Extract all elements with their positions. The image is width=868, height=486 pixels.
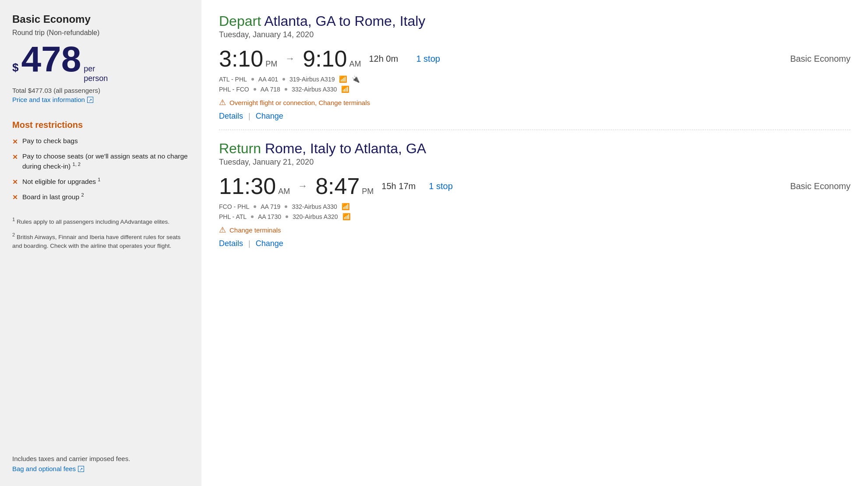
restriction-item: ✕ Pay to check bags xyxy=(12,136,189,146)
return-warning-row: ⚠ Change terminals xyxy=(219,225,850,235)
seg2-route: PHL - FCO xyxy=(219,86,249,93)
bag-fees-link[interactable]: Bag and optional fees ↗ xyxy=(12,465,84,472)
return-stop-link[interactable]: 1 stop xyxy=(429,181,464,191)
depart-section: Depart Atlanta, GA to Rome, Italy Tuesda… xyxy=(219,13,850,121)
restriction-item: ✕ Not eligible for upgrades 1 xyxy=(12,176,189,187)
depart-fare-label: Basic Economy xyxy=(790,54,850,64)
return-depart-ampm: AM xyxy=(278,187,290,196)
seg1-flight: AA 401 xyxy=(258,76,278,83)
price-dollar: $ xyxy=(12,61,18,74)
return-duration: 15h 17m xyxy=(381,181,421,191)
dot-icon xyxy=(251,78,254,81)
includes-text: Includes taxes and carrier imposed fees. xyxy=(12,455,189,462)
dot-icon xyxy=(251,215,254,218)
depart-ampm: PM xyxy=(265,60,277,69)
wifi-icon: 📶 xyxy=(342,213,351,221)
return-change-link[interactable]: Change xyxy=(256,239,283,248)
footnotes: 1 Rules apply to all passengers includin… xyxy=(12,216,189,256)
arrive-ampm: AM xyxy=(349,60,361,69)
pipe-separator: | xyxy=(248,112,251,121)
restriction-list: ✕ Pay to check bags ✕ Pay to choose seat… xyxy=(12,136,189,207)
pipe-separator: | xyxy=(248,239,251,248)
return-fare-label: Basic Economy xyxy=(790,181,850,191)
depart-route: Atlanta, GA to Rome, Italy xyxy=(264,13,425,29)
return-warning-text: Change terminals xyxy=(229,226,281,234)
external-link-icon: ↗ xyxy=(78,466,84,472)
power-icon: 🔌 xyxy=(352,75,360,83)
return-depart-time-block: 11:30 AM xyxy=(219,175,290,197)
ret-seg1-route: FCO - PHL xyxy=(219,203,249,210)
fare-title: Basic Economy xyxy=(12,13,189,25)
depart-time-row: 3:10 PM → 9:10 AM 12h 0m 1 stop Basic Ec… xyxy=(219,47,850,70)
price-per-person: perperson xyxy=(84,64,108,83)
ret-seg2-aircraft: 320-Airbus A320 xyxy=(293,213,338,220)
warning-icon: ⚠ xyxy=(219,225,226,235)
x-icon: ✕ xyxy=(12,177,18,187)
wifi-icon: 📶 xyxy=(342,203,350,211)
seg2-aircraft: 332-Airbus A330 xyxy=(292,86,337,93)
right-panel: Depart Atlanta, GA to Rome, Italy Tuesda… xyxy=(201,0,868,486)
ret-seg2-route: PHL - ATL xyxy=(219,213,247,220)
bottom-section: Includes taxes and carrier imposed fees.… xyxy=(12,455,189,473)
x-icon: ✕ xyxy=(12,193,18,202)
footnote-2: 2 British Airways, Finnair and Iberia ha… xyxy=(12,231,189,250)
x-icon: ✕ xyxy=(12,137,18,146)
section-divider xyxy=(219,130,850,130)
price-amount: 478 xyxy=(21,41,81,77)
return-route: Rome, Italy to Atlanta, GA xyxy=(265,141,426,156)
depart-warning-row: ⚠ Overnight flight or connection, Change… xyxy=(219,98,850,107)
dot-icon xyxy=(286,215,288,218)
seg1-aircraft: 319-Airbus A319 xyxy=(289,76,335,83)
depart-duration: 12h 0m xyxy=(369,54,408,64)
return-arrive-ampm: PM xyxy=(362,187,374,196)
return-header: Return Rome, Italy to Atlanta, GA Tuesda… xyxy=(219,141,850,167)
restriction-text: Pay to choose seats (or we'll assign sea… xyxy=(22,151,189,171)
depart-word: Depart xyxy=(219,13,261,29)
x-icon: ✕ xyxy=(12,152,18,162)
restriction-item: ✕ Board in last group 2 xyxy=(12,192,189,202)
depart-details-link[interactable]: Details xyxy=(219,112,243,121)
restrictions-title: Most restrictions xyxy=(12,120,189,130)
depart-segments: ATL - PHL AA 401 319-Airbus A319 📶 🔌 PHL… xyxy=(219,75,850,93)
depart-time: 3:10 xyxy=(219,47,263,70)
seg2-flight: AA 718 xyxy=(261,86,280,93)
fare-type: Round trip (Non-refundable) xyxy=(12,29,189,37)
restriction-text: Board in last group 2 xyxy=(22,192,84,202)
price-tax-link[interactable]: Price and tax information ↗ xyxy=(12,96,189,103)
return-depart-time: 11:30 xyxy=(219,175,276,197)
depart-date: Tuesday, January 14, 2020 xyxy=(219,30,850,39)
ret-seg1-aircraft: 332-Airbus A330 xyxy=(292,203,337,210)
restriction-text: Pay to check bags xyxy=(22,136,78,146)
arrow-icon: → xyxy=(285,53,295,64)
total-price: Total $477.03 (all passengers) xyxy=(12,87,189,94)
arrow-icon: → xyxy=(298,180,307,192)
segment-row-1: ATL - PHL AA 401 319-Airbus A319 📶 🔌 xyxy=(219,75,850,83)
depart-action-links: Details | Change xyxy=(219,112,850,121)
wifi-icon: 📶 xyxy=(339,75,347,83)
dot-icon xyxy=(282,78,285,81)
depart-change-link[interactable]: Change xyxy=(256,112,283,121)
depart-header: Depart Atlanta, GA to Rome, Italy Tuesda… xyxy=(219,13,850,39)
dot-icon xyxy=(254,205,256,208)
return-details-link[interactable]: Details xyxy=(219,239,243,248)
warning-icon: ⚠ xyxy=(219,98,226,107)
return-word: Return xyxy=(219,141,261,156)
return-segment-row-1: FCO - PHL AA 719 332-Airbus A330 📶 xyxy=(219,203,850,211)
dot-icon xyxy=(285,205,287,208)
ret-seg2-flight: AA 1730 xyxy=(258,213,281,220)
footnote-1: 1 Rules apply to all passengers includin… xyxy=(12,216,189,226)
return-title: Return Rome, Italy to Atlanta, GA xyxy=(219,141,850,157)
arrive-time: 9:10 xyxy=(303,47,347,70)
ret-seg1-flight: AA 719 xyxy=(261,203,280,210)
price-row: $ 478 perperson xyxy=(12,41,189,83)
external-link-icon: ↗ xyxy=(87,97,93,103)
wifi-icon: 📶 xyxy=(341,85,349,93)
return-arrive-time-block: 8:47 PM xyxy=(315,175,374,197)
depart-stop-link[interactable]: 1 stop xyxy=(416,54,451,64)
return-date: Tuesday, January 21, 2020 xyxy=(219,158,850,167)
left-panel: Basic Economy Round trip (Non-refundable… xyxy=(0,0,201,486)
dot-icon xyxy=(254,88,256,91)
seg1-route: ATL - PHL xyxy=(219,76,247,83)
depart-title: Depart Atlanta, GA to Rome, Italy xyxy=(219,13,850,29)
return-section: Return Rome, Italy to Atlanta, GA Tuesda… xyxy=(219,141,850,248)
